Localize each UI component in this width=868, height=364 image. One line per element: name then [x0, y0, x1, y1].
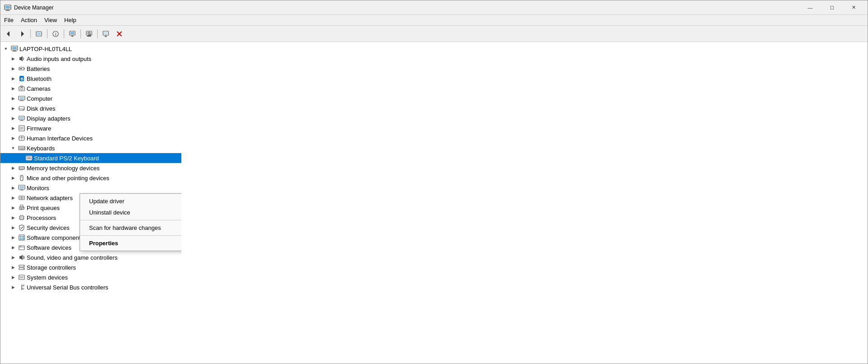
- tree-panel[interactable]: ▼ LAPTOP-HL0TL4LL ▶: [0, 42, 181, 364]
- storage-icon: [18, 264, 25, 271]
- tree-item-monitors[interactable]: ▶ Monitors: [0, 183, 181, 193]
- svg-rect-55: [19, 146, 25, 150]
- close-button[interactable]: ✕: [843, 1, 864, 14]
- processors-label: Processors: [27, 215, 56, 221]
- forward-button[interactable]: [16, 28, 28, 40]
- storage-expand-icon[interactable]: ▶: [9, 264, 17, 271]
- svg-rect-66: [29, 157, 30, 158]
- tree-item-storage[interactable]: ▶ Storage controllers: [0, 262, 181, 272]
- software-devices-label: Software devices: [27, 244, 71, 251]
- tree-item-firmware[interactable]: ▶ Firmware: [0, 123, 181, 133]
- tree-item-standard-keyboard[interactable]: Standard PS/2 Keyboard: [0, 153, 181, 163]
- toolbar-separator-1: [30, 29, 31, 38]
- system-expand-icon[interactable]: ▶: [9, 274, 17, 281]
- svg-point-54: [21, 136, 22, 137]
- svg-marker-5: [21, 31, 24, 37]
- audio-expand-icon[interactable]: ▶: [9, 55, 17, 62]
- tree-item-keyboards[interactable]: ▼ Keyboards: [0, 143, 181, 153]
- properties-button[interactable]: i: [49, 28, 62, 40]
- hid-expand-icon[interactable]: ▶: [9, 135, 17, 142]
- svg-rect-83: [20, 190, 24, 191]
- menu-file[interactable]: File: [0, 15, 17, 25]
- keyboards-expand-icon[interactable]: ▼: [9, 145, 17, 152]
- svg-rect-17: [104, 32, 108, 34]
- svg-rect-107: [22, 238, 24, 240]
- tree-item-audio[interactable]: ▶ Audio inputs and outputs: [0, 54, 181, 64]
- svg-rect-45: [20, 121, 24, 121]
- mice-expand-icon[interactable]: ▶: [9, 174, 17, 182]
- tree-item-computer[interactable]: ▶ Computer: [0, 93, 181, 103]
- firmware-expand-icon[interactable]: ▶: [9, 125, 17, 132]
- processors-expand-icon[interactable]: ▶: [9, 214, 17, 221]
- tree-item-batteries[interactable]: ▶ Batteries: [0, 64, 181, 74]
- svg-rect-1: [5, 6, 10, 9]
- svg-rect-38: [19, 101, 24, 101]
- svg-rect-43: [20, 117, 24, 119]
- software-devices-icon: [18, 244, 25, 251]
- monitors-label: Monitors: [27, 185, 49, 191]
- context-menu-uninstall[interactable]: Uninstall device: [80, 207, 181, 218]
- back-button[interactable]: [2, 28, 15, 40]
- batteries-expand-icon[interactable]: ▶: [9, 65, 17, 72]
- firmware-label: Firmware: [27, 125, 51, 132]
- restore-button[interactable]: ◻: [821, 1, 842, 14]
- sound-expand-icon[interactable]: ▶: [9, 254, 17, 261]
- svg-rect-90: [20, 208, 23, 209]
- menu-view[interactable]: View: [41, 15, 61, 25]
- mice-label: Mice and other pointing devices: [27, 175, 109, 182]
- security-expand-icon[interactable]: ▶: [9, 224, 17, 231]
- show-hide-button[interactable]: [33, 28, 45, 40]
- computer-expand-icon[interactable]: ▶: [9, 95, 17, 102]
- batteries-icon: [18, 65, 25, 72]
- software-devices-expand-icon[interactable]: ▶: [9, 244, 17, 251]
- keyboards-label: Keyboards: [27, 145, 55, 152]
- svg-point-114: [23, 266, 24, 266]
- memory-expand-icon[interactable]: ▶: [9, 164, 17, 172]
- tree-item-bluetooth[interactable]: ▶ B Bluetooth: [0, 74, 181, 84]
- menu-help[interactable]: Help: [61, 15, 80, 25]
- security-icon: [18, 224, 25, 231]
- svg-marker-4: [7, 31, 9, 37]
- tree-item-system[interactable]: ▶ System devices: [0, 272, 181, 282]
- tree-root[interactable]: ▼ LAPTOP-HL0TL4LL: [0, 44, 181, 54]
- scan-changes-button[interactable]: [83, 28, 95, 40]
- network-label: Network adapters: [27, 195, 73, 201]
- tree-item-cameras[interactable]: ▶ Cameras: [0, 84, 181, 93]
- svg-point-115: [23, 268, 24, 269]
- bluetooth-icon: B: [18, 75, 25, 82]
- display-expand-icon[interactable]: ▶: [9, 115, 17, 122]
- context-menu-properties[interactable]: Properties: [80, 238, 181, 249]
- network-expand-icon[interactable]: ▶: [9, 194, 17, 201]
- tree-item-mice[interactable]: ▶ Mice and other pointing devices: [0, 173, 181, 183]
- tree-item-display[interactable]: ▶ Display adapters: [0, 113, 181, 123]
- monitors-expand-icon[interactable]: ▶: [9, 184, 17, 191]
- tree-item-hid[interactable]: ▶ Human Interface Devices: [0, 133, 181, 143]
- print-expand-icon[interactable]: ▶: [9, 204, 17, 211]
- add-legacy-button[interactable]: [99, 28, 112, 40]
- menu-action[interactable]: Action: [17, 15, 41, 25]
- svg-rect-105: [22, 236, 24, 238]
- context-menu-update-driver[interactable]: Update driver: [80, 196, 181, 207]
- tree-item-sound[interactable]: ▶ Sound, video and game controllers: [0, 252, 181, 262]
- svg-point-124: [23, 288, 24, 289]
- svg-point-33: [21, 88, 23, 90]
- context-menu-scan[interactable]: Scan for hardware changes: [80, 222, 181, 233]
- minimize-button[interactable]: —: [800, 1, 821, 14]
- window-icon: [4, 4, 11, 11]
- update-driver-icon: [69, 30, 76, 37]
- tree-item-usb[interactable]: ▶ Universal Serial Bus controllers: [0, 282, 181, 292]
- uninstall-button[interactable]: [113, 28, 126, 40]
- software-components-expand-icon[interactable]: ▶: [9, 234, 17, 241]
- software-components-label: Software components: [27, 234, 84, 241]
- cameras-icon: [18, 85, 25, 92]
- update-driver-toolbar-button[interactable]: [66, 28, 79, 40]
- bluetooth-expand-icon[interactable]: ▶: [9, 75, 17, 82]
- usb-expand-icon[interactable]: ▶: [9, 284, 17, 291]
- root-expand-icon[interactable]: ▼: [2, 45, 9, 52]
- print-icon: [18, 204, 25, 211]
- tree-item-disk-drives[interactable]: ▶ Disk drives: [0, 103, 181, 113]
- cameras-expand-icon[interactable]: ▶: [9, 85, 17, 92]
- tree-item-memory[interactable]: ▶ Memory technology devices: [0, 163, 181, 173]
- disk-drives-icon: [18, 105, 25, 112]
- disk-drives-expand-icon[interactable]: ▶: [9, 105, 17, 112]
